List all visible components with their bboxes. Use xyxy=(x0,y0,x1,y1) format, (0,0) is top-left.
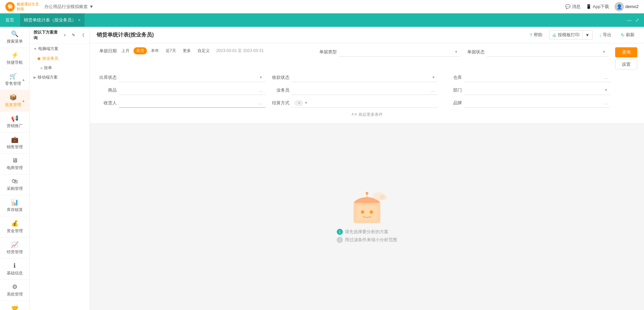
sidebar-item-system[interactable]: ⚙ 系统管理 xyxy=(0,280,29,301)
empty-illustration xyxy=(347,191,387,225)
doc-type-dropdown-icon: ▼ xyxy=(454,50,458,54)
top-bar-left: 畅 畅捷通好生意 标版 办公用品行业模拟账套 ▼ xyxy=(5,2,96,11)
refresh-btn[interactable]: ↻ 刷新 xyxy=(618,31,637,39)
settlement-field[interactable]: × ▼ xyxy=(291,98,438,108)
pc-group-label: 电脑端方案 xyxy=(38,46,58,52)
settlement-clear-btn[interactable]: × xyxy=(298,101,301,105)
stock-status-dropdown-icon: ▼ xyxy=(259,75,263,79)
template-print-dropdown-btn[interactable]: ▼ xyxy=(583,31,592,39)
minimize-btn[interactable]: — xyxy=(627,17,632,23)
date-this-month-btn[interactable]: 本月 xyxy=(133,47,147,54)
sidebar-item-shortcut-label: 快捷导航 xyxy=(7,60,23,65)
salesperson-field[interactable]: … xyxy=(291,86,438,95)
settings-btn[interactable]: 设置 xyxy=(615,59,637,69)
scheme-item-salesperson[interactable]: 按业务员 xyxy=(30,54,90,63)
scheme-group-pc[interactable]: ▼ 电脑端方案 xyxy=(30,44,90,54)
warehouse-field[interactable]: … xyxy=(464,73,610,82)
date-this-year-btn[interactable]: 本年 xyxy=(148,47,162,54)
page-header: 销货单统计表(按业务员) ? 帮助 🖨 按模板打印 ▼ xyxy=(90,27,644,43)
wholesale-icon: 📦 xyxy=(9,94,17,101)
help-btn[interactable]: ? 帮助 xyxy=(527,31,545,39)
doc-type-field[interactable]: ▼ xyxy=(339,47,461,57)
stock-status-field[interactable]: ▼ xyxy=(119,73,265,82)
print-dropdown-arrow-icon: ▼ xyxy=(585,33,590,38)
print-icon: 🖨 xyxy=(552,33,556,38)
sidebar-item-enterprise[interactable]: 🤝 企业协同 xyxy=(0,301,29,310)
app-download-btn[interactable]: 📱 App下载 xyxy=(586,4,609,10)
brand-label: 品牌 xyxy=(442,100,462,106)
help-icon: ? xyxy=(530,33,532,38)
sidebar-item-shortcut[interactable]: ⚡ 快捷导航 xyxy=(0,48,29,69)
warehouse-more-icon: … xyxy=(604,75,608,80)
collapse-bar[interactable]: ∧∧ 收起更多条件 xyxy=(97,110,637,119)
message-icon: 💬 xyxy=(565,4,571,9)
product-more-icon: … xyxy=(259,88,263,93)
recipient-field[interactable]: … xyxy=(119,98,265,108)
workspace-selector[interactable]: 办公用品行业模拟账套 ▼ xyxy=(42,2,96,11)
collapse-icon: 《 xyxy=(80,33,84,38)
sidebar-item-wholesale-label: 批发管理 xyxy=(5,102,21,108)
wholesale-arrow-icon: ▲ xyxy=(22,99,25,103)
sidebar-item-sales[interactable]: 💼 销售管理 xyxy=(0,133,29,154)
workspace-dropdown-icon: ▼ xyxy=(89,4,94,9)
sidebar-item-basic[interactable]: ℹ 基础信息 xyxy=(0,259,29,280)
sidebar-item-wholesale[interactable]: 📦 批发管理 ▲ xyxy=(0,90,29,111)
empty-hint-2: 2 用过滤条件来缩小分析范围 xyxy=(337,237,397,243)
payment-status-field[interactable]: ▼ xyxy=(291,73,438,82)
add-icon: + xyxy=(63,33,66,38)
shortcut-icon: ⚡ xyxy=(11,51,18,59)
sidebar-item-finance[interactable]: 💰 资金管理 xyxy=(0,216,29,238)
scheme-group-mobile[interactable]: ▶ 移动端方案 xyxy=(30,72,90,82)
doc-status-label: 单据状态 xyxy=(465,49,485,55)
brand-field[interactable]: … xyxy=(464,98,610,108)
department-field[interactable]: ▼ xyxy=(464,86,610,95)
maximize-btn[interactable]: ⤢ xyxy=(635,17,640,23)
mobile-group-arrow: ▶ xyxy=(34,75,36,79)
collapse-up-icon: ∧∧ xyxy=(351,112,357,117)
product-field[interactable]: … xyxy=(119,86,265,95)
brand-more-icon: … xyxy=(604,101,608,105)
page-title: 销货单统计表(按业务员) xyxy=(97,32,154,39)
recipient-label: 收货人 xyxy=(97,100,117,106)
hint-num-2: 2 xyxy=(337,237,343,243)
finance-icon: 💰 xyxy=(11,220,18,227)
tab-close-btn[interactable]: × xyxy=(78,18,80,22)
scheme-panel-header: 按以下方案查询 + ✎ 《 xyxy=(30,27,90,44)
retail-icon: 🛒 xyxy=(9,72,17,80)
sidebar-item-sales-label: 销售管理 xyxy=(7,144,23,150)
scheme-collapse-btn[interactable]: 《 xyxy=(79,32,86,39)
logo-area: 畅 畅捷通好生意 标版 xyxy=(5,2,39,11)
doc-status-field[interactable]: ▼ xyxy=(487,47,608,57)
department-dropdown-icon: ▼ xyxy=(604,88,608,92)
scheme-edit-btn[interactable]: ✎ xyxy=(70,32,77,39)
avatar: 👤 xyxy=(614,2,624,11)
sidebar-item-marketing[interactable]: 📢 营销推广 xyxy=(0,111,29,133)
tab-home[interactable]: 首页 xyxy=(0,13,20,27)
sidebar-item-search[interactable]: 🔍 搜索菜单 xyxy=(0,27,29,48)
inventory-icon: 📊 xyxy=(11,199,18,206)
message-btn[interactable]: 💬 消息 xyxy=(565,4,581,10)
sidebar-item-retail[interactable]: 🛒 零售管理 ▲ xyxy=(0,69,29,90)
svg-rect-1 xyxy=(357,205,377,220)
retail-arrow-icon: ▲ xyxy=(22,78,25,82)
scheme-item-order[interactable]: ≡ 按单 xyxy=(30,63,90,72)
tab-active[interactable]: 销货单统计表（按业务员） × xyxy=(20,13,85,27)
ecommerce-icon: 🖥 xyxy=(12,157,18,164)
sidebar-item-ecommerce[interactable]: 🖥 电商管理 xyxy=(0,154,29,174)
date-more-btn[interactable]: 更多 xyxy=(180,47,194,54)
scheme-add-btn[interactable]: + xyxy=(61,32,68,39)
order-scheme-icon: ≡ xyxy=(40,66,43,70)
query-btn[interactable]: 查询 xyxy=(615,47,637,57)
sidebar-item-inventory[interactable]: 📊 库存核算 xyxy=(0,195,29,216)
date-custom-btn[interactable]: 自定义 xyxy=(195,47,212,54)
date-last-month-btn[interactable]: 上月 xyxy=(119,47,132,54)
template-print-btn[interactable]: 🖨 按模板打印 xyxy=(549,31,583,39)
sidebar-item-purchase[interactable]: 🛍 采购管理 xyxy=(0,174,29,195)
sidebar-item-operations[interactable]: 📈 经营管理 xyxy=(0,238,29,259)
user-area[interactable]: 👤 demo2 xyxy=(614,2,639,11)
date-last-7days-btn[interactable]: 近7天 xyxy=(163,47,179,54)
export-btn[interactable]: ↓ 导出 xyxy=(597,31,614,39)
mobile-group-label: 移动端方案 xyxy=(38,74,58,80)
logo-icon: 畅 xyxy=(5,2,15,11)
empty-hint-1: 1 请先选择要分析的方案 xyxy=(337,229,397,235)
